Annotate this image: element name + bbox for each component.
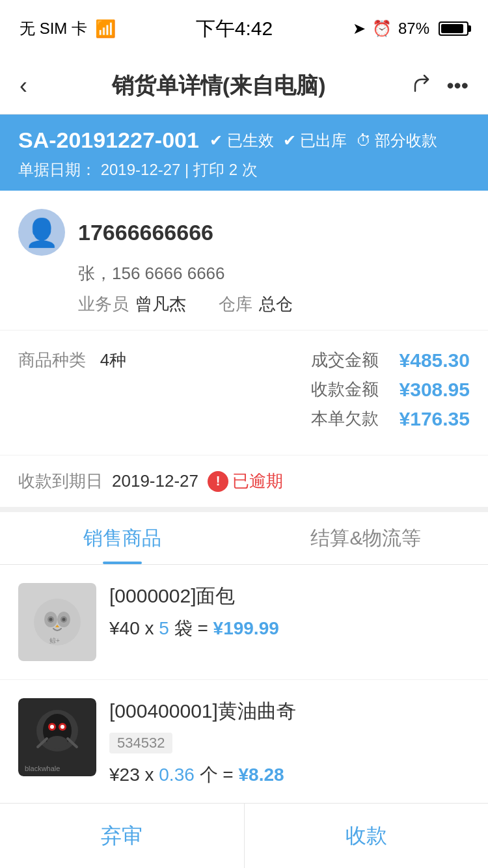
amount-row: 成交金额 ¥485.30 [311,349,470,372]
due-label: 收款到期日 [18,470,103,493]
cancel-review-button[interactable]: 弃审 [0,804,245,868]
product-qty-2: 0.36 [159,765,195,785]
battery-bar [439,21,468,36]
order-date-info: 单据日期： 2019-12-27 | 打印 2 次 [18,159,470,180]
product-item-2: blackwhale [000400001]黄油曲奇 534532 ¥23 x … [0,680,488,806]
stats-section: 商品种类 4种 成交金额 ¥485.30 收款金额 ¥308.95 本单欠款 ¥… [0,331,488,455]
owed-value: ¥176.35 [392,408,470,430]
tab-settlement-label: 结算&物流等 [310,525,421,552]
svg-point-16 [61,725,64,729]
unit-1: 袋 [174,618,193,638]
avatar: 👤 [18,209,65,256]
svg-point-17 [47,736,68,749]
print-info: | 打印 2 次 [185,161,258,178]
date-label: 单据日期： [18,161,96,178]
stats-right: 成交金额 ¥485.30 收款金额 ¥308.95 本单欠款 ¥176.35 [311,349,470,437]
category-label: 商品种类 [18,350,86,370]
amount-label: 成交金额 [311,349,379,372]
product-info-1: [0000002]面包 ¥40 x 5 袋 = ¥199.99 [109,583,470,641]
product-badge-2: 534532 [109,733,172,753]
received-row: 收款金额 ¥308.95 [311,378,470,401]
customer-phone: 17666666666 [78,220,213,245]
product-placeholder-1: 鲸+ [18,583,96,661]
date-value: 2019-12-27 [101,161,181,178]
bottom-bar: 弃审 收款 [0,803,488,868]
svg-text:鲸+: 鲸+ [49,637,60,644]
nav-bar: ‹ 销货单详情(来自电脑) ••• [0,57,488,115]
product-list: 鲸+ [0000002]面包 ¥40 x 5 袋 = ¥199.99 [0,565,488,806]
status-carrier: 无 SIM 卡 📶 [20,18,116,39]
page-title: 销货单详情(来自电脑) [112,71,326,101]
owed-row: 本单欠款 ¥176.35 [311,407,470,430]
price-base-2: ¥23 [109,765,140,785]
received-label: 收款金额 [311,378,379,401]
warehouse-value: 总仓 [259,293,293,316]
equal-sign-1: = [197,618,213,638]
owed-label: 本单欠款 [311,407,379,430]
category-value: 4种 [100,350,126,370]
order-banner-top: SA-20191227-001 ✔ 已生效 ✔ 已出库 ⏱ 部分收款 [18,128,470,153]
svg-point-15 [50,725,54,729]
more-button[interactable]: ••• [446,74,468,98]
equal-sign-2: = [223,765,238,785]
order-id: SA-20191227-001 [18,128,199,153]
due-date-value: 2019-12-27 [112,471,198,491]
status-effective: ✔ 已生效 [210,130,274,151]
nav-actions: ••• [410,73,468,99]
product-total-1: ¥199.99 [213,618,279,638]
carrier-text: 无 SIM 卡 [20,18,87,39]
wifi-icon: 📶 [95,19,116,39]
status-shipped: ✔ 已出库 [283,130,347,151]
product-name-2: [000400001]黄油曲奇 [109,698,470,725]
status-partial-payment: ⏱ 部分收款 [356,130,437,151]
stats-left: 商品种类 4种 [18,349,126,375]
order-banner: SA-20191227-001 ✔ 已生效 ✔ 已出库 ⏱ 部分收款 单据日期：… [0,115,488,191]
product-info-2: [000400001]黄油曲奇 534532 ¥23 x 0.36 个 = ¥8… [109,698,470,787]
salesperson-meta: 业务员 曾凡杰 [78,293,186,316]
svg-rect-0 [410,73,431,94]
status-time: 下午4:42 [196,16,273,42]
product-total-2: ¥8.28 [238,765,284,785]
product-thumb-2: blackwhale [18,698,96,776]
multiply-sign-2: x [145,765,159,785]
customer-meta: 业务员 曾凡杰 仓库 总仓 [18,293,470,316]
overdue-icon: ! [208,471,228,492]
product-price-1: ¥40 x 5 袋 = ¥199.99 [109,616,470,641]
svg-text:blackwhale: blackwhale [25,765,60,772]
due-date-section: 收款到期日 2019-12-27 ! 已逾期 [0,455,488,512]
salesperson-value: 曾凡杰 [135,293,186,316]
status-tags: ✔ 已生效 ✔ 已出库 ⏱ 部分收款 [210,130,437,151]
clock-icon: ⏱ [356,131,372,150]
alarm-icon: ⏰ [372,20,392,38]
customer-row: 👤 17666666666 [18,209,470,256]
tab-settlement[interactable]: 结算&物流等 [244,512,488,564]
product-price-2: ¥23 x 0.36 个 = ¥8.28 [109,763,470,787]
warehouse-meta: 仓库 总仓 [219,293,293,316]
battery-tip [468,25,471,32]
price-base-1: ¥40 [109,618,140,638]
customer-section: 👤 17666666666 张，156 6666 6666 业务员 曾凡杰 仓库… [0,191,488,331]
category-stat: 商品种类 4种 [18,349,126,372]
status-partial-text: 部分收款 [375,130,437,151]
location-icon: ➤ [353,20,366,38]
svg-point-6 [49,618,53,621]
unit-2: 个 [200,765,218,785]
tabs-section: 销售商品 结算&物流等 [0,512,488,565]
customer-name-phone: 张，156 6666 6666 [18,262,470,285]
product-name-1: [0000002]面包 [109,583,470,610]
received-value: ¥308.95 [392,379,470,401]
multiply-sign-1: x [145,618,159,638]
battery-fill [441,24,463,33]
salesperson-label: 业务员 [78,293,129,316]
tab-sales-products[interactable]: 销售商品 [0,512,244,564]
status-right: ➤ ⏰ 87% [353,20,468,38]
svg-point-7 [62,618,66,621]
back-button[interactable]: ‹ [20,72,27,100]
product-item: 鲸+ [0000002]面包 ¥40 x 5 袋 = ¥199.99 [0,565,488,680]
payment-button[interactable]: 收款 [245,804,489,868]
overdue-text: 已逾期 [232,470,283,493]
warehouse-label: 仓库 [219,293,252,316]
overdue-badge: ! 已逾期 [208,470,283,493]
person-icon: 👤 [25,217,59,249]
share-button[interactable] [410,73,431,99]
